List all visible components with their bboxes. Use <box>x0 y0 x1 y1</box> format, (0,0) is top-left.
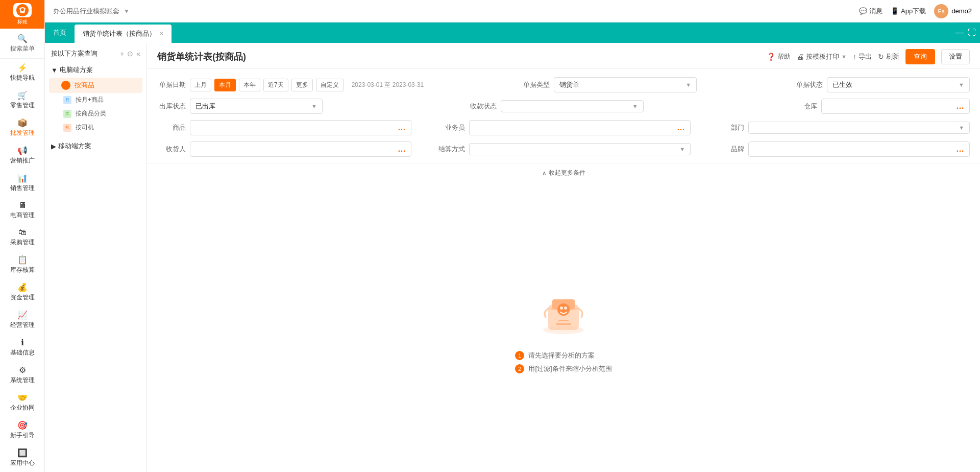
page-title: 销货单统计表(按商品) <box>157 51 246 63</box>
tabs-controls: — ⛶ <box>955 28 980 37</box>
empty-tip-1: 1 请先选择要分析的方案 <box>515 351 611 360</box>
salesperson-input-area[interactable]: … <box>469 120 691 135</box>
warehouse-status-value: 已出库 <box>195 102 215 111</box>
order-status-select[interactable]: 已生效 ▼ <box>827 77 970 92</box>
sidebar-item-ecommerce[interactable]: 🖥 电商管理 <box>0 197 44 224</box>
payment-status-select[interactable]: ▼ <box>501 100 644 112</box>
order-type-select[interactable]: 销货单 ▼ <box>554 77 697 92</box>
settings-button[interactable]: 设置 <box>941 49 970 64</box>
sidebar-item-collab[interactable]: 🤝 企业协同 <box>0 389 44 416</box>
inventory-icon: 📋 <box>0 255 44 265</box>
sidebar-item-sales[interactable]: 📊 销售管理 <box>0 169 44 197</box>
scheme-item-by-product[interactable]: 按商品 <box>49 78 142 93</box>
message-button[interactable]: 💬 消息 <box>859 7 883 16</box>
sub-icon-month: 月 <box>63 96 71 104</box>
order-status-value: 已生效 <box>832 80 852 89</box>
date-this-month-btn[interactable]: 本月 <box>214 79 236 91</box>
tab-active[interactable]: 销货单统计表（按商品） × <box>75 25 172 43</box>
mobile-scheme-header[interactable]: ▶ 移动端方案 <box>49 138 142 154</box>
department-label: 部门 <box>716 123 744 132</box>
settings-scheme-button[interactable]: ⊙ <box>127 50 133 58</box>
order-status-arrow: ▼ <box>959 82 964 88</box>
warehouse-status-select[interactable]: 已出库 ▼ <box>190 99 323 114</box>
sidebar-item-system[interactable]: ⚙ 系统管理 <box>0 361 44 389</box>
warehouse-input-area[interactable]: … <box>821 99 970 114</box>
user-profile[interactable]: Ea demo2 <box>934 4 972 18</box>
help-button[interactable]: ❓ 帮助 <box>767 52 791 61</box>
maximize-icon: ⛶ <box>968 28 976 37</box>
sidebar-item-purchase[interactable]: 🛍 采购管理 <box>0 224 44 251</box>
export-button[interactable]: ↑ 导出 <box>853 52 872 61</box>
tabs-bar: 首页 销货单统计表（按商品） × — ⛶ <box>45 22 980 43</box>
sidebar-item-marketing[interactable]: 📢 营销推广 <box>0 141 44 169</box>
query-button[interactable]: 查询 <box>905 49 935 64</box>
refresh-button[interactable]: ↻ 刷新 <box>878 52 899 61</box>
left-panel: 按以下方案查询 + ⊙ « ▼ 电脑端方案 按商品 月 按 <box>45 43 147 472</box>
sidebar-item-wholesale[interactable]: 📦 批发管理 <box>0 114 44 141</box>
sidebar-item-operations[interactable]: 📈 经营管理 <box>0 306 44 334</box>
salesperson-dots[interactable]: … <box>677 123 685 132</box>
date-custom-btn[interactable]: 自定义 <box>316 79 344 91</box>
order-type-label: 单据类型 <box>521 80 550 89</box>
sidebar-item-beginner[interactable]: 🎯 新手引导 <box>0 416 44 444</box>
sales-icon: 📊 <box>0 173 44 183</box>
date-last7-btn[interactable]: 近7天 <box>263 79 288 91</box>
collapse-button[interactable]: ∧ 收起更多条件 <box>147 166 980 180</box>
sidebar-search[interactable]: 🔍 搜索菜单 <box>0 29 44 59</box>
tab-minimize-button[interactable]: — <box>955 28 964 37</box>
breadcrumb-dropdown-icon[interactable]: ▼ <box>124 8 130 15</box>
settlement-input-area[interactable]: ▼ <box>469 143 691 155</box>
left-panel-actions: + ⊙ « <box>120 50 140 58</box>
tab-maximize-button[interactable]: ⛶ <box>968 28 976 37</box>
search-icon: 🔍 <box>0 34 44 43</box>
print-label: 按模板打印 <box>806 52 839 61</box>
app-download-button[interactable]: 📱 App下载 <box>891 7 926 16</box>
collapse-panel-button[interactable]: « <box>136 50 140 58</box>
filter-area: 单据日期 上月 本月 本年 近7天 更多 自定义 2023-03-01 至 20… <box>147 69 980 182</box>
date-more-btn[interactable]: 更多 <box>291 79 313 91</box>
brand-input-area[interactable]: … <box>748 141 970 157</box>
svg-point-7 <box>564 306 567 310</box>
filter-row-3: 商品 … 业务员 … 部门 ▼ <box>157 120 970 135</box>
message-icon: 💬 <box>859 7 867 15</box>
sidebar-item-app-center[interactable]: 🔲 应用中心 <box>0 444 44 471</box>
operations-icon: 📈 <box>0 310 44 320</box>
scheme-item-by-category[interactable]: 类 按商品分类 <box>49 107 142 121</box>
warehouse-dots[interactable]: … <box>956 102 964 111</box>
receiver-dots[interactable]: … <box>398 145 406 154</box>
page-header: 销货单统计表(按商品) ❓ 帮助 🖨 按模板打印 ▼ ↑ 导出 <box>147 43 980 69</box>
receiver-label: 收货人 <box>157 145 186 154</box>
empty-state: 1 请先选择要分析的方案 2 用[过滤]条件来缩小分析范围 <box>147 182 980 472</box>
scheme-item-by-driver[interactable]: 机 按司机 <box>49 121 142 134</box>
sidebar-item-quick-nav[interactable]: ⚡ 快捷导航 <box>0 59 44 86</box>
product-input-area[interactable]: … <box>190 120 411 135</box>
main-area: 办公用品行业模拟账套 ▼ 💬 消息 📱 App下载 Ea demo2 首页 <box>45 0 980 472</box>
retail-icon: 🛒 <box>0 90 44 100</box>
desktop-scheme-header[interactable]: ▼ 电脑端方案 <box>49 62 142 78</box>
product-dots[interactable]: … <box>398 123 406 132</box>
date-this-year-btn[interactable]: 本年 <box>239 79 260 91</box>
sidebar-item-finance[interactable]: 💰 资金管理 <box>0 278 44 306</box>
sidebar-item-label-appcenter: 应用中心 <box>0 459 44 467</box>
sidebar-item-label-marketing: 营销推广 <box>0 156 44 165</box>
sidebar-item-label-retail: 零售管理 <box>0 101 44 110</box>
sidebar-item-label: 快捷导航 <box>0 74 44 82</box>
mobile-scheme-group: ▶ 移动端方案 <box>45 138 146 154</box>
marketing-icon: 📢 <box>0 146 44 155</box>
sidebar-item-retail[interactable]: 🛒 零售管理 <box>0 86 44 114</box>
date-last-month-btn[interactable]: 上月 <box>190 79 211 91</box>
scheme-item-by-month-product[interactable]: 月 按月+商品 <box>49 93 142 107</box>
scheme-item-label-4: 按司机 <box>76 123 94 132</box>
print-button[interactable]: 🖨 按模板打印 ▼ <box>797 52 847 61</box>
tab-close-icon[interactable]: × <box>160 30 163 37</box>
department-input-area[interactable]: ▼ <box>748 122 970 134</box>
tab-home[interactable]: 首页 <box>45 22 75 43</box>
sidebar-item-label-ecommerce: 电商管理 <box>0 211 44 220</box>
brand-dots[interactable]: … <box>956 145 964 154</box>
sidebar-item-basic-info[interactable]: ℹ 基础信息 <box>0 334 44 361</box>
warehouse-status-arrow: ▼ <box>311 103 317 109</box>
receiver-input-area[interactable]: … <box>190 141 411 157</box>
sidebar-item-inventory[interactable]: 📋 库存核算 <box>0 251 44 278</box>
add-scheme-button[interactable]: + <box>120 50 124 58</box>
breadcrumb: 办公用品行业模拟账套 <box>53 7 119 16</box>
